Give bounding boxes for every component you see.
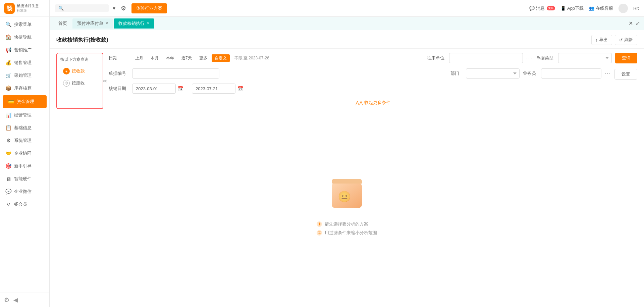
date-btn-custom[interactable]: 自定义 bbox=[212, 54, 230, 62]
sidebar-item-7[interactable]: 📊经营管理 bbox=[0, 109, 49, 121]
sidebar-item-icon-12: 🖥 bbox=[5, 176, 11, 182]
doc-type-select[interactable] bbox=[558, 53, 612, 63]
sidebar-item-10[interactable]: 🤝企业协同 bbox=[0, 147, 49, 160]
online-service-icon: 👥 bbox=[589, 6, 594, 11]
date-btn-7days[interactable]: 近7天 bbox=[178, 54, 195, 62]
tab-prepay-close[interactable]: ✕ bbox=[105, 21, 108, 25]
staff-dots[interactable]: ··· bbox=[605, 70, 611, 76]
verify-date-end[interactable] bbox=[192, 84, 235, 94]
form-row-3: 核销日期 📅 — 📅 bbox=[109, 84, 637, 94]
sidebar-item-icon-1: 🏠 bbox=[5, 34, 11, 40]
refresh-btn[interactable]: ↺ 刷新 bbox=[615, 35, 637, 45]
industry-btn[interactable]: 体验行业方案 bbox=[131, 3, 167, 13]
tab-home[interactable]: 首页 bbox=[54, 18, 72, 29]
sidebar-item-1[interactable]: 🏠快捷导航 bbox=[0, 31, 49, 44]
sidebar-item-9[interactable]: ⚙系统管理 bbox=[0, 134, 49, 147]
settings-btn[interactable]: 设置 bbox=[614, 69, 637, 80]
sidebar-item-6[interactable]: 💳资金管理 bbox=[3, 95, 47, 108]
message-label: 消息 bbox=[536, 5, 545, 11]
online-service-action[interactable]: 👥 在线客服 bbox=[589, 5, 613, 11]
message-icon: 💬 bbox=[529, 6, 535, 11]
page-title: 收款核销执行(按收款) bbox=[56, 37, 108, 44]
sidebar-item-14[interactable]: V畅会员 bbox=[0, 198, 49, 211]
panel-collapse-arrow[interactable]: ≪ bbox=[102, 78, 107, 84]
query-btn[interactable]: 查询 bbox=[615, 53, 637, 63]
party-dots[interactable]: ··· bbox=[526, 55, 533, 61]
form-row-2: 单据编号 部门 业务员 ··· 设置 bbox=[109, 67, 637, 80]
sidebar-item-4[interactable]: 🛒采购管理 bbox=[0, 69, 49, 82]
filter-panel-title: 按以下方案查询 bbox=[60, 57, 99, 62]
sidebar-item-2[interactable]: 📢营销推广 bbox=[0, 44, 49, 56]
user-name[interactable]: Rit bbox=[633, 6, 639, 11]
date-btn-more[interactable]: 更多 bbox=[196, 54, 210, 62]
sidebar-item-12[interactable]: 🖥智能硬件 bbox=[0, 172, 49, 185]
empty-state: 😐 ① 请先选择要分析的方案 ② 用过滤条件来缩小分析范围 bbox=[50, 113, 644, 307]
export-btn[interactable]: ↑ 导出 bbox=[591, 35, 612, 45]
sidebar-settings-icon[interactable]: ⚙ bbox=[4, 296, 9, 304]
sidebar-item-icon-14: V bbox=[5, 201, 11, 207]
dept-label: 部门 bbox=[450, 70, 463, 76]
tab-bar: 首页 预付冲应付单 ✕ 收款核销执行 ✕ ✕ ⤢ bbox=[50, 17, 644, 30]
maximize-window-icon[interactable]: ⤢ bbox=[636, 20, 640, 27]
user-avatar[interactable] bbox=[619, 4, 628, 13]
page-header-actions: ↑ 导出 ↺ 刷新 bbox=[591, 35, 638, 45]
tab-window-controls: ✕ ⤢ bbox=[629, 20, 640, 27]
date-quick-btns: 上月 本月 本年 近7天 更多 自定义 bbox=[132, 54, 230, 62]
verify-date-end-cal-icon[interactable]: 📅 bbox=[237, 86, 243, 91]
top-header: 🔍 ▾ ⚙ 体验行业方案 💬 消息 99+ 📱 App下载 👥 在线客服 Rit bbox=[50, 0, 644, 17]
sidebar-item-icon-13: 💬 bbox=[5, 189, 11, 195]
date-btn-this-month[interactable]: 本月 bbox=[148, 54, 162, 62]
filter-option-by-receipt[interactable]: ¥ 按收款 bbox=[60, 66, 99, 76]
party-input[interactable] bbox=[449, 53, 523, 63]
filter-panel: 按以下方案查询 ¥ 按收款 ⏱ 按应收 ≪ bbox=[56, 53, 103, 109]
date-btn-last-month[interactable]: 上月 bbox=[132, 54, 146, 62]
empty-illustration: 😐 bbox=[330, 183, 364, 213]
online-service-label: 在线客服 bbox=[596, 5, 613, 11]
header-gear-icon[interactable]: ⚙ bbox=[121, 5, 126, 12]
staff-input[interactable] bbox=[541, 68, 601, 79]
tab-verify-close[interactable]: ✕ bbox=[147, 21, 150, 25]
form-row-1: 日期 上月 本月 本年 近7天 更多 自定义 不限 至 2023-07-26 往… bbox=[109, 53, 637, 63]
filter-option-by-receivable[interactable]: ⏱ 按应收 bbox=[60, 78, 99, 89]
sidebar-item-icon-7: 📊 bbox=[5, 112, 11, 118]
sidebar-item-3[interactable]: 💰销售管理 bbox=[0, 56, 49, 69]
sidebar-item-8[interactable]: 📋基础信息 bbox=[0, 121, 49, 134]
app-logo-icon: 畅 bbox=[4, 3, 15, 14]
sidebar-item-11[interactable]: 🎯新手引导 bbox=[0, 160, 49, 172]
message-action[interactable]: 💬 消息 99+ bbox=[529, 5, 555, 11]
header-dropdown-icon[interactable]: ▾ bbox=[113, 5, 115, 11]
export-icon: ↑ bbox=[596, 38, 598, 43]
verify-date-start-cal-icon[interactable]: 📅 bbox=[178, 86, 183, 91]
doc-no-input[interactable] bbox=[132, 68, 219, 79]
main-content: 🔍 ▾ ⚙ 体验行业方案 💬 消息 99+ 📱 App下载 👥 在线客服 Rit bbox=[50, 0, 644, 307]
search-text: 🔍 bbox=[58, 6, 64, 11]
dept-select[interactable] bbox=[466, 68, 520, 79]
app-download-action[interactable]: 📱 App下载 bbox=[560, 5, 584, 11]
refresh-icon: ↺ bbox=[619, 38, 623, 43]
tab-verify[interactable]: 收款核销执行 ✕ bbox=[114, 18, 154, 29]
app-name: 畅捷通好生意 bbox=[17, 3, 39, 8]
date-btn-this-year[interactable]: 本年 bbox=[163, 54, 177, 62]
app-download-icon: 📱 bbox=[560, 6, 566, 11]
sidebar-item-icon-9: ⚙ bbox=[5, 138, 11, 144]
sidebar-item-5[interactable]: 📦库存核算 bbox=[0, 82, 49, 95]
app-edition: 标准版 bbox=[17, 8, 39, 13]
header-search-area[interactable]: 🔍 bbox=[55, 4, 109, 12]
date-hint: 不限 至 2023-07-26 bbox=[234, 55, 269, 61]
sidebar-item-icon-6: 💳 bbox=[8, 99, 14, 105]
collapse-conditions[interactable]: ⋀⋀ 收起更多条件 bbox=[109, 98, 637, 109]
empty-hint: ① 请先选择要分析的方案 ② 用过滤条件来缩小分析范围 bbox=[317, 220, 377, 237]
verify-date-start[interactable] bbox=[132, 84, 176, 94]
sidebar-collapse-btn[interactable]: ◀ bbox=[13, 296, 18, 304]
header-left: 🔍 ▾ ⚙ 体验行业方案 bbox=[55, 3, 167, 13]
sidebar-item-0[interactable]: 🔍搜索菜单 bbox=[0, 18, 49, 31]
filter-area: 按以下方案查询 ¥ 按收款 ⏱ 按应收 ≪ 日期 上月 本月 bbox=[50, 49, 644, 113]
close-window-icon[interactable]: ✕ bbox=[629, 20, 633, 27]
page-area: 收款核销执行(按收款) ↑ 导出 ↺ 刷新 按以下方案查询 ¥ 按收款 bbox=[50, 30, 644, 307]
sidebar-item-13[interactable]: 💬企业微信 bbox=[0, 185, 49, 198]
tab-prepay[interactable]: 预付冲应付单 ✕ bbox=[72, 18, 113, 29]
sidebar-item-icon-4: 🛒 bbox=[5, 72, 11, 79]
app-download-label: App下载 bbox=[567, 5, 584, 11]
sidebar-logo: 畅 畅捷通好生意 标准版 bbox=[0, 0, 49, 17]
sidebar-item-icon-11: 🎯 bbox=[5, 163, 11, 169]
